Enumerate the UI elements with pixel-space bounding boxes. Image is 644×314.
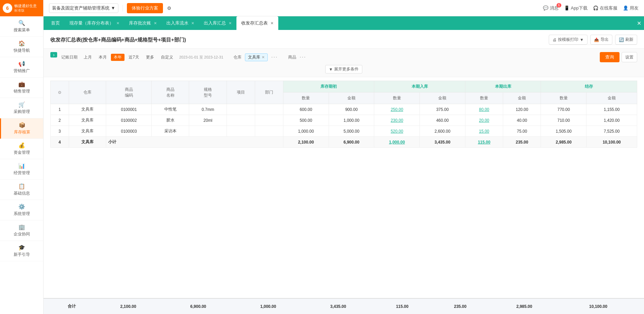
tab-close-inout-summary[interactable]: ✕ — [229, 21, 232, 26]
tab-batch[interactable]: 库存批次账 ✕ — [124, 16, 162, 30]
tab-recv-send[interactable]: 收发存汇总表 ✕ — [236, 16, 278, 30]
row-out-qty[interactable]: 15.00 — [465, 126, 503, 137]
app-download-action[interactable]: 📱 App下载 — [564, 5, 588, 11]
sidebar-header: 6 畅捷通好生意 标准版 — [0, 0, 43, 16]
message-action[interactable]: 💬 消息 6 — [543, 5, 559, 11]
refresh-button[interactable]: 🔄 刷新 — [615, 35, 637, 45]
clipboard-icon: 📋 — [18, 183, 25, 189]
close-all-tabs-button[interactable]: ✕ — [637, 20, 641, 27]
sidebar-item-inventory[interactable]: 📦 库存核算 — [0, 118, 43, 139]
row-out-qty[interactable]: 80.00 — [465, 104, 503, 115]
warehouse-tag: 文具库 ✕ — [245, 53, 268, 61]
sidebar-item-purchase[interactable]: 🛒 采购管理 — [0, 98, 43, 118]
user-icon: 👤 — [623, 5, 628, 11]
th-settings[interactable]: ⚙ — [51, 81, 69, 104]
sub-no: 4 — [51, 137, 69, 148]
sidebar-item-marketing[interactable]: 📢 营销推广 — [0, 57, 43, 78]
row-no: 1 — [51, 104, 69, 115]
date-options: 上月 本月 本年 近7天 更多 自定义 — [81, 54, 176, 61]
date-this-year[interactable]: 本年 — [111, 54, 125, 61]
expand-conditions-button[interactable]: ▼ 展开更多条件 — [325, 65, 363, 73]
sidebar-item-newbie[interactable]: 🎓 新手引导 — [0, 241, 43, 261]
tab-home[interactable]: 首页 — [46, 16, 65, 30]
row-bal-amt: 1,420.00 — [587, 115, 637, 126]
th-in-qty: 数量 — [374, 93, 420, 104]
export-button[interactable]: 📤 导出 — [590, 35, 612, 45]
user-action[interactable]: 👤 用友 — [623, 5, 639, 11]
warehouse-tag-close[interactable]: ✕ — [262, 55, 265, 60]
query-button[interactable]: 查询 — [600, 52, 620, 62]
row-dept — [255, 104, 283, 115]
row-in-qty[interactable]: 230.00 — [374, 115, 420, 126]
sidebar-item-finance[interactable]: 💰 资金管理 — [0, 139, 43, 159]
row-in-qty[interactable]: 250.00 — [374, 104, 420, 115]
sidebar-item-quick-nav[interactable]: 🏠 快捷导航 — [0, 37, 43, 57]
tab-inout-flow[interactable]: 出入库流水 ✕ — [162, 16, 199, 30]
sidebar: 6 畅捷通好生意 标准版 🔍 搜索菜单 🏠 快捷导航 📢 营销推广 💼 销售管理… — [0, 0, 44, 314]
sidebar-item-system[interactable]: ⚙️ 系统管理 — [0, 200, 43, 220]
th-balance-group: 结存 — [541, 81, 637, 93]
sidebar-item-sales[interactable]: 💼 销售管理 — [0, 78, 43, 98]
row-in-amt: 2,600.00 — [420, 126, 465, 137]
warehouse-more-dots[interactable]: ··· — [271, 54, 278, 60]
app-info: 畅捷通好生意 标准版 — [14, 3, 37, 13]
total-bal-qty: 2,985.00 — [489, 301, 559, 311]
goods-more-dots[interactable]: ··· — [300, 54, 306, 60]
settings-icon[interactable]: ⚙ — [167, 5, 171, 11]
th-bal-qty: 数量 — [541, 93, 587, 104]
sidebar-item-base-info[interactable]: 📋 基础信息 — [0, 180, 43, 200]
briefcase-icon: 💼 — [18, 81, 25, 87]
th-out-amt: 金额 — [503, 93, 541, 104]
box-icon: 📦 — [19, 122, 26, 128]
row-project — [227, 104, 255, 115]
th-dept: 部门 — [255, 81, 283, 104]
row-out-qty[interactable]: 20.00 — [465, 115, 503, 126]
sub-opening-qty: 2,100.00 — [283, 137, 329, 148]
sub-opening-amt: 6,900.00 — [329, 137, 374, 148]
row-in-amt: 460.00 — [420, 115, 465, 126]
toolbar: 🖨 按模板打印 ▼ 📤 导出 🔄 刷新 — [549, 35, 637, 45]
gear-icon: ⚙️ — [18, 203, 25, 210]
tab-close-recv-send[interactable]: ✕ — [270, 21, 274, 26]
sub-in-qty[interactable]: 1,000.00 — [374, 137, 420, 148]
printer-icon: 🖨 — [552, 37, 557, 42]
th-opening-amt: 金额 — [329, 93, 374, 104]
tab-close-batch[interactable]: ✕ — [154, 21, 157, 26]
date-7days[interactable]: 近7天 — [126, 54, 142, 61]
settings-button[interactable]: 设置 — [622, 52, 637, 62]
message-badge: 6 — [557, 3, 561, 7]
print-button[interactable]: 🖨 按模板打印 ▼ — [549, 35, 588, 45]
row-in-amt: 375.00 — [420, 104, 465, 115]
sub-bal-amt: 10,100.00 — [587, 137, 637, 148]
row-project — [227, 126, 255, 137]
sidebar-item-operations[interactable]: 📊 经营管理 — [0, 159, 43, 180]
date-custom[interactable]: 自定义 — [158, 54, 176, 61]
building-icon: 🏢 — [18, 224, 25, 230]
row-out-amt: 120.00 — [503, 104, 541, 115]
sub-warehouse: 文具库 — [69, 137, 106, 148]
row-dept — [255, 115, 283, 126]
experience-button[interactable]: 体验行业方案 — [127, 3, 163, 13]
row-in-qty[interactable]: 520.00 — [374, 126, 420, 137]
system-selector[interactable]: 装备及固定资产辅助管理系统 ▼ — [49, 3, 118, 13]
row-bal-amt: 1,155.00 — [587, 104, 637, 115]
filter-collapse-button[interactable]: › — [50, 52, 57, 57]
sub-out-qty[interactable]: 115.00 — [465, 137, 503, 148]
tab-close-stock-dist[interactable]: ✕ — [116, 21, 119, 26]
content-area: 收发存汇总表(按仓库+商品编码+商品+规格型号+项目+部门) 🖨 按模板打印 ▼… — [44, 30, 644, 314]
th-opening-qty: 数量 — [283, 93, 329, 104]
sidebar-item-search[interactable]: 🔍 搜索菜单 — [0, 16, 43, 37]
sub-bal-qty: 2,985.00 — [541, 137, 587, 148]
online-service-action[interactable]: 🎧 在线客服 — [593, 5, 617, 11]
date-this-month[interactable]: 本月 — [96, 54, 110, 61]
tab-inout-summary[interactable]: 出入库汇总 ✕ — [199, 16, 236, 30]
tab-close-inout-flow[interactable]: ✕ — [191, 21, 194, 26]
row-spec — [189, 126, 227, 137]
topbar: 装备及固定资产辅助管理系统 ▼ 体验行业方案 ⚙ 💬 消息 6 📱 App下载 … — [44, 0, 644, 16]
date-last-month[interactable]: 上月 — [81, 54, 95, 61]
date-more[interactable]: 更多 — [143, 54, 157, 61]
search-icon: 🔍 — [18, 20, 25, 26]
tab-stock-dist[interactable]: 现存量（库存分布表） ✕ — [65, 16, 124, 30]
data-table-container: ⚙ 仓库 商品编码 商品名称 规格型号 项目 部门 库存期初 本期入库 本期出库… — [44, 77, 644, 298]
sidebar-item-enterprise[interactable]: 🏢 企业协同 — [0, 220, 43, 241]
